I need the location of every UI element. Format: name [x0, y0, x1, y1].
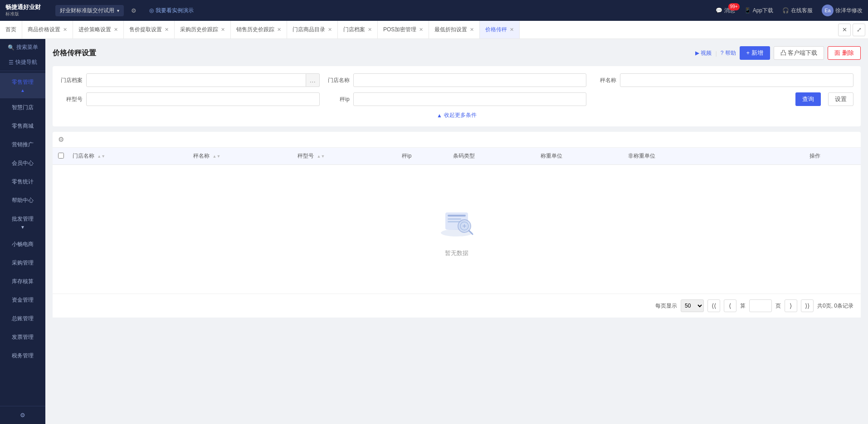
sidebar-item-retail-stats[interactable]: 零售统计: [0, 173, 45, 191]
data-table: 门店名称 ▲▼ 秤名称 ▲▼ 秤型号 ▲▼: [53, 148, 861, 294]
download-button[interactable]: 凸 客户端下载: [774, 46, 824, 60]
retail-mall-label: 零售商城: [12, 122, 34, 130]
sort-icon[interactable]: ▲▼: [97, 154, 105, 159]
close-icon[interactable]: ✕: [328, 27, 332, 33]
sidebar-item-purchase[interactable]: 采购管理: [0, 254, 45, 272]
page-number-input[interactable]: 1: [749, 299, 772, 312]
page-actions: ▶ 视频 | ? 帮助 + 新增 凸 客户端下载: [695, 46, 861, 60]
next-page-button[interactable]: ⟩: [785, 299, 797, 312]
prev-page-button[interactable]: ⟨: [724, 299, 736, 312]
pagination: 每页显示 10 20 50 100 ⟨⟨ ⟨ 算 1 页 ⟩ ⟩⟩: [53, 294, 861, 318]
avatar-initials: Ea: [824, 8, 830, 13]
last-page-button[interactable]: ⟩⟩: [801, 299, 814, 312]
help-link[interactable]: ? 帮助: [721, 49, 736, 57]
close-icon[interactable]: ✕: [114, 27, 118, 33]
tab-home[interactable]: 首页: [0, 21, 22, 39]
tabs-bar: 首页 商品价格设置 ✕ 进价策略设置 ✕ 售价提取设置 ✕ 采购历史价跟踪 ✕ …: [0, 21, 868, 39]
user-menu[interactable]: Ea 徐泽华修改: [822, 5, 863, 16]
tab-purchase-strategy[interactable]: 进价策略设置 ✕: [73, 21, 124, 39]
top-bar: 畅捷通好业财 标准版 好业财标准版交付试用 ▾ ⚙ ◎ 我要看实例演示 💬 消息…: [0, 0, 868, 21]
avatar: Ea: [822, 5, 834, 16]
chevron-down-icon: ▾: [117, 8, 119, 13]
sidebar-item-ecommerce[interactable]: 小畅电商: [0, 235, 45, 254]
settings-button[interactable]: 设置: [828, 92, 853, 106]
settings-icon[interactable]: ⚙: [127, 4, 140, 17]
chevron-down-icon: ▼: [20, 225, 25, 230]
tab-product-price[interactable]: 商品价格设置 ✕: [22, 21, 73, 39]
tab-price-scale[interactable]: 价格传秤 ✕: [480, 21, 520, 39]
tab-sale-history[interactable]: 销售历史价跟踪 ✕: [231, 21, 287, 39]
page-total: 共0页, 0条记录: [817, 302, 853, 310]
table-settings-icon[interactable]: ⚙: [58, 135, 64, 144]
scale-model-label: 秤型号: [60, 96, 83, 103]
app-download-button[interactable]: 📱 App下载: [744, 7, 773, 14]
sidebar-item-inventory[interactable]: 库存核算: [0, 272, 45, 291]
sidebar-quick-nav[interactable]: ☰ 快捷导航: [0, 56, 45, 71]
close-icon[interactable]: ✕: [277, 27, 281, 33]
query-button[interactable]: 查询: [795, 92, 821, 106]
close-icon[interactable]: ✕: [419, 27, 423, 33]
close-icon[interactable]: ✕: [510, 27, 514, 33]
delete-button[interactable]: 面 删除: [828, 46, 861, 60]
close-icon[interactable]: ✕: [221, 27, 225, 33]
sort-icon[interactable]: ▲▼: [213, 154, 221, 159]
maximize-tab-button[interactable]: ⤢: [853, 24, 865, 36]
first-page-button[interactable]: ⟨⟨: [707, 299, 720, 312]
download-icon: 📱: [744, 7, 751, 14]
close-icon[interactable]: ✕: [165, 27, 169, 33]
general-ledger-label: 总账管理: [12, 315, 34, 323]
demo-button[interactable]: ◎ 我要看实例演示: [147, 7, 194, 14]
per-page-select[interactable]: 10 20 50 100: [681, 299, 704, 312]
tab-store-catalog[interactable]: 门店商品目录 ✕: [287, 21, 338, 39]
help-label: 帮助: [725, 49, 736, 57]
sort-icon[interactable]: ▲▼: [317, 154, 325, 159]
close-icon[interactable]: ✕: [470, 27, 474, 33]
invoice-label: 发票管理: [12, 333, 34, 341]
store-archive-browse-icon[interactable]: …: [306, 73, 320, 87]
message-badge: 99+: [728, 3, 740, 10]
tab-store-archive[interactable]: 门店档案 ✕: [338, 21, 378, 39]
sidebar-item-tax[interactable]: 税务管理: [0, 347, 45, 365]
scale-name-input[interactable]: [620, 73, 853, 87]
add-button[interactable]: + 新增: [740, 46, 770, 60]
video-link[interactable]: ▶ 视频: [695, 49, 712, 57]
sidebar-item-retail-mall[interactable]: 零售商城: [0, 117, 45, 135]
version-label: 好业财标准版交付试用: [60, 7, 114, 14]
tab-purchase-history[interactable]: 采购历史价跟踪 ✕: [175, 21, 231, 39]
online-service-label: 在线客服: [791, 7, 813, 14]
scale-ip-input[interactable]: [353, 92, 587, 106]
tab-min-discount[interactable]: 最低折扣设置 ✕: [429, 21, 480, 39]
store-name-input[interactable]: [353, 73, 587, 87]
per-page-label: 每页显示: [655, 302, 677, 310]
online-service-button[interactable]: 🎧 在线客服: [782, 7, 813, 14]
sidebar-item-marketing[interactable]: 营销推广: [0, 135, 45, 154]
close-icon[interactable]: ✕: [368, 27, 372, 33]
sidebar-item-invoice[interactable]: 发票管理: [0, 328, 45, 347]
sidebar-item-wholesale[interactable]: 批发管理 ▼: [0, 210, 45, 235]
select-all-checkbox[interactable]: [58, 153, 64, 159]
version-selector[interactable]: 好业财标准版交付试用 ▾: [55, 5, 124, 16]
sidebar-item-finance[interactable]: 资金管理: [0, 291, 45, 309]
tab-pos-manage[interactable]: POS加密管理 ✕: [378, 21, 429, 39]
sidebar-item-general-ledger[interactable]: 总账管理: [0, 309, 45, 328]
sidebar-item-help[interactable]: 帮助中心: [0, 191, 45, 210]
tab-product-price-label: 商品价格设置: [28, 26, 60, 34]
demo-icon: ◎: [149, 7, 154, 14]
collapse-button[interactable]: ▲ 收起更多条件: [60, 111, 853, 119]
sidebar-gear-button[interactable]: ⚙: [0, 406, 45, 424]
sidebar-search[interactable]: 🔍 搜索菜单: [0, 39, 45, 56]
sidebar-item-member[interactable]: 会员中心: [0, 154, 45, 173]
tab-sale-extract[interactable]: 售价提取设置 ✕: [124, 21, 175, 39]
app-download-label: App下载: [753, 7, 773, 14]
chevron-up-icon: ▲: [437, 112, 442, 119]
scale-model-input[interactable]: [86, 92, 320, 106]
logo: 畅捷通好业财 标准版: [5, 4, 51, 17]
close-tab-button[interactable]: ✕: [838, 24, 851, 36]
sidebar-item-smart-store[interactable]: 智慧门店: [0, 98, 45, 117]
sidebar-item-retail-manage[interactable]: 零售管理 ▲: [0, 73, 45, 98]
ecommerce-label: 小畅电商: [12, 241, 34, 248]
store-archive-input[interactable]: [86, 73, 306, 87]
message-button[interactable]: 💬 消息 99+: [716, 7, 735, 14]
close-icon[interactable]: ✕: [63, 27, 67, 33]
filter-row-1: 门店档案 … 门店名称 秤名称: [60, 73, 853, 87]
